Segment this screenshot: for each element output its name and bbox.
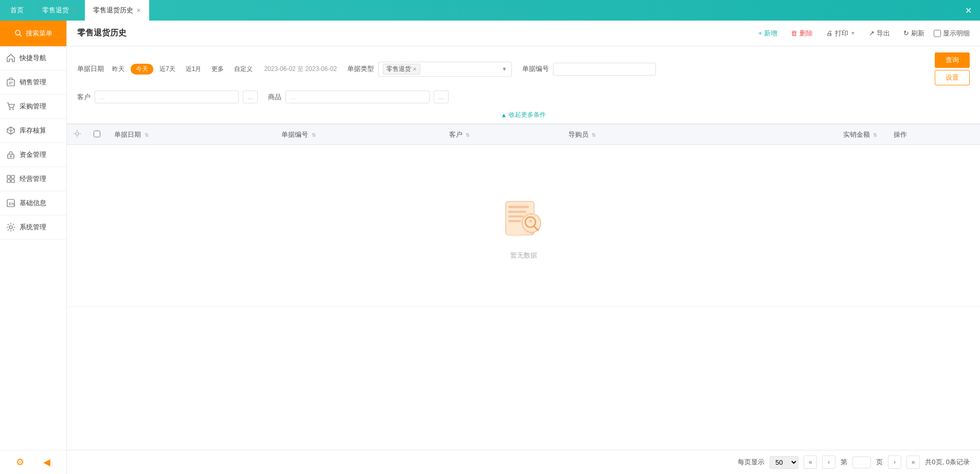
export-button[interactable]: ↗ 导出	[865, 27, 894, 40]
date-opt-7days[interactable]: 近7天	[155, 64, 180, 75]
sidebar: 搜索菜单 快捷导航 销售管理 采购管理	[0, 21, 67, 474]
svg-rect-19	[508, 211, 526, 213]
customer-input[interactable]	[95, 90, 239, 103]
page-size-select[interactable]: 20 50 100	[770, 456, 798, 469]
tab-retail-return-history-close[interactable]: ✕	[136, 7, 141, 14]
export-icon: ↗	[869, 29, 875, 37]
setting-button[interactable]: 设置	[935, 70, 970, 85]
goods-ellipsis-btn[interactable]: ...	[434, 90, 449, 103]
collapse-footer-icon[interactable]: ◀	[43, 457, 50, 468]
top-bar: 首页 零售退货 ✕ 零售退货历史 ✕ ✕	[0, 0, 980, 21]
svg-point-26	[507, 233, 525, 237]
tab-retail-return-history[interactable]: 零售退货历史 ✕	[85, 0, 149, 21]
date-opt-yesterday[interactable]: 昨天	[108, 64, 129, 75]
empty-text: 暂无数据	[510, 251, 537, 260]
query-buttons: 查询 设置	[935, 52, 970, 85]
collapse-bar: ▲ 收起更多条件	[77, 108, 970, 123]
date-filter: 单据日期 昨天 今天 近7天 近1月 更多 自定义 2023-06-02 至 2…	[77, 64, 337, 75]
gear-icon	[6, 223, 15, 232]
window-close-button[interactable]: ✕	[957, 6, 980, 15]
sidebar-item-basic-info[interactable]: EN 基础信息	[0, 191, 66, 215]
customer-ellipsis-btn[interactable]: ...	[243, 90, 258, 103]
tab-retail-return-close[interactable]: ✕	[72, 7, 77, 14]
sidebar-item-system[interactable]: 系统管理	[0, 215, 66, 240]
th-checkbox[interactable]	[87, 124, 108, 145]
query-button[interactable]: 查询	[935, 52, 970, 68]
goods-input[interactable]	[286, 90, 430, 103]
content-area: 零售退货历史 + 新增 🗑 删除 🖨 打印 ▼ ↗ 导出	[67, 21, 980, 474]
empty-row: 暂无数据	[67, 145, 980, 307]
delete-button[interactable]: 🗑 删除	[787, 27, 817, 40]
date-opt-custom[interactable]: 自定义	[230, 64, 257, 75]
settings-footer-icon[interactable]: ⚙	[16, 457, 24, 468]
sidebar-item-operations[interactable]: 经营管理	[0, 167, 66, 191]
show-detail-checkbox[interactable]	[934, 30, 941, 37]
sidebar-item-inventory[interactable]: 库存核算	[0, 119, 66, 143]
prev-page-icon: ‹	[828, 459, 830, 466]
sidebar-search[interactable]: 搜索菜单	[0, 21, 66, 46]
sidebar-search-label: 搜索菜单	[26, 29, 52, 38]
first-page-button[interactable]: «	[804, 455, 817, 469]
doc-no-filter: 单据编号	[522, 63, 656, 76]
th-customer[interactable]: 客户 ⇅	[443, 124, 562, 145]
new-button[interactable]: + 新增	[754, 27, 781, 40]
data-table: 单据日期 ⇅ 单据编号 ⇅ 客户 ⇅ 导购员 ⇅	[67, 124, 980, 307]
page-size-label: 每页显示	[738, 458, 764, 467]
last-page-button[interactable]: »	[906, 455, 920, 469]
sidebar-item-purchase[interactable]: 采购管理	[0, 95, 66, 119]
customer-label: 客户	[77, 93, 91, 102]
doc-type-label: 单据类型	[347, 64, 374, 74]
filter-row-1: 单据日期 昨天 今天 近7天 近1月 更多 自定义 2023-06-02 至 2…	[77, 52, 970, 85]
doc-type-chevron-icon: ▼	[502, 66, 507, 72]
date-opt-today[interactable]: 今天	[131, 64, 153, 75]
doc-no-label: 单据编号	[522, 64, 549, 74]
table-select-all-checkbox[interactable]	[94, 131, 100, 137]
show-detail-label[interactable]: 显示明细	[934, 29, 970, 38]
next-page-icon: ›	[894, 459, 896, 466]
sidebar-item-quick-nav[interactable]: 快捷导航	[0, 46, 66, 70]
table-body: 暂无数据	[67, 145, 980, 307]
tab-home[interactable]: 首页	[0, 0, 34, 21]
search-icon	[14, 29, 23, 38]
next-page-button[interactable]: ›	[888, 455, 901, 469]
doc-type-tag: 零售退货 ✕	[383, 64, 420, 75]
print-button[interactable]: 🖨 打印 ▼	[822, 27, 860, 40]
page-number-input[interactable]: 1	[852, 457, 871, 468]
collapse-button[interactable]: ▲ 收起更多条件	[501, 111, 546, 119]
date-opt-1month[interactable]: 近1月	[182, 64, 206, 75]
th-doc-no[interactable]: 单据编号 ⇅	[275, 124, 442, 145]
total-records-text: 共0页, 0条记录	[925, 458, 970, 467]
doc-type-tag-close[interactable]: ✕	[413, 66, 417, 72]
prev-page-button[interactable]: ‹	[822, 455, 835, 469]
sidebar-item-inventory-label: 库存核算	[20, 126, 46, 135]
main-layout: 搜索菜单 快捷导航 销售管理 采购管理	[0, 21, 980, 474]
doc-type-select[interactable]: 零售退货 ✕ ▼	[378, 62, 512, 77]
goods-filter: 商品 ...	[268, 90, 449, 103]
collapse-up-icon: ▲	[501, 112, 507, 119]
th-doc-date[interactable]: 单据日期 ⇅	[108, 124, 275, 145]
sidebar-item-sales-label: 销售管理	[20, 78, 46, 87]
sidebar-item-sales[interactable]: 销售管理	[0, 70, 66, 95]
empty-cell: 暂无数据	[67, 145, 980, 307]
table-settings-icon[interactable]	[73, 130, 81, 138]
th-amount[interactable]: 实销金额 ⇅	[705, 124, 887, 145]
tab-home-label: 首页	[10, 6, 24, 15]
sidebar-item-operations-label: 经营管理	[20, 174, 46, 184]
page-label: 第	[841, 458, 847, 467]
th-settings[interactable]	[67, 124, 87, 145]
sales-icon	[6, 78, 15, 87]
doc-type-filter: 单据类型 零售退货 ✕ ▼	[347, 62, 512, 77]
doc-no-input[interactable]	[553, 63, 656, 76]
filter-area: 单据日期 昨天 今天 近7天 近1月 更多 自定义 2023-06-02 至 2…	[67, 46, 980, 124]
date-range-text: 2023-06-02 至 2023-06-02	[264, 65, 336, 74]
date-opt-more[interactable]: 更多	[207, 64, 228, 75]
guide-sort-icon: ⇅	[592, 132, 596, 138]
empty-state: 暂无数据	[73, 150, 974, 301]
purchase-icon	[6, 102, 15, 111]
th-guide[interactable]: 导购员 ⇅	[562, 124, 706, 145]
refresh-button[interactable]: ↻ 刷新	[899, 27, 929, 40]
svg-point-0	[15, 30, 20, 35]
sidebar-item-finance[interactable]: 资金管理	[0, 143, 66, 167]
last-page-icon: »	[912, 459, 915, 466]
tab-retail-return[interactable]: 零售退货 ✕	[34, 0, 85, 21]
